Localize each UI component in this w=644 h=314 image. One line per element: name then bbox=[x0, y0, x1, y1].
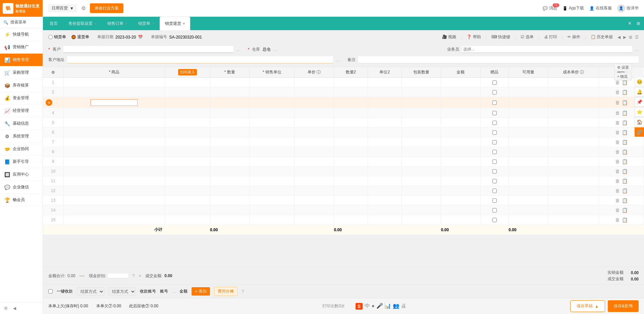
gift-checkbox[interactable] bbox=[492, 169, 497, 174]
calc-method-select[interactable]: 结算方式 bbox=[108, 288, 136, 296]
copy-row-btn[interactable]: 📋 bbox=[622, 80, 628, 85]
edge-icon-5[interactable]: 🏠 bbox=[635, 117, 644, 127]
qty-cell[interactable] bbox=[210, 186, 250, 196]
history-btn[interactable]: 📋 历史单据 bbox=[589, 34, 615, 41]
scan-input-btn[interactable]: 扫码录入 bbox=[178, 69, 197, 75]
product-cell[interactable] bbox=[63, 176, 165, 186]
qty-cell[interactable] bbox=[210, 118, 250, 128]
gift-checkbox[interactable] bbox=[492, 179, 497, 183]
note-input[interactable] bbox=[358, 56, 639, 63]
tab-sales-return[interactable]: 销货退货 × bbox=[160, 17, 191, 30]
sidebar-item-purchase[interactable]: 🛒 采购管理 bbox=[0, 66, 43, 79]
qty-cell[interactable] bbox=[210, 215, 250, 225]
app-download-btn[interactable]: 📱 App下载 bbox=[562, 5, 584, 11]
message-btn[interactable]: 💬 消息 70 bbox=[543, 5, 557, 11]
copy-row-btn[interactable]: 📋 bbox=[622, 198, 628, 203]
gift-checkbox[interactable] bbox=[492, 189, 497, 193]
copy-row-btn[interactable]: 📋 bbox=[622, 188, 628, 193]
edge-icon-6[interactable]: 🔗 bbox=[635, 127, 644, 137]
gift-checkbox[interactable] bbox=[492, 101, 497, 105]
sidebar-item-inventory[interactable]: 📦 库存核算 bbox=[0, 79, 43, 92]
radio-return[interactable]: 退货单 bbox=[71, 34, 89, 40]
account-dots[interactable]: ... bbox=[172, 289, 175, 294]
copy-row-btn[interactable]: 📋 bbox=[622, 207, 628, 213]
delete-row-btn[interactable]: 🗑 bbox=[615, 198, 620, 203]
tab-sales-order-close[interactable]: × bbox=[125, 22, 127, 25]
salesperson-input[interactable] bbox=[462, 46, 632, 53]
customer-dots[interactable]: ... bbox=[236, 47, 240, 52]
address-input[interactable] bbox=[67, 56, 333, 63]
one-key-payment-checkbox[interactable] bbox=[48, 289, 53, 294]
gift-checkbox[interactable] bbox=[492, 121, 497, 125]
grid-view-btn[interactable]: ⊞ bbox=[629, 35, 632, 40]
gift-checkbox[interactable] bbox=[492, 130, 497, 135]
sidebar-item-operations[interactable]: 📈 经营管理 bbox=[0, 105, 43, 117]
shortcut-btn[interactable]: ⌨ 快捷键 bbox=[489, 34, 512, 41]
logistics-btn[interactable]: + 物流 bbox=[614, 73, 632, 80]
delete-row-btn[interactable]: 🗑 bbox=[615, 149, 620, 154]
delete-row-btn[interactable]: 🗑 bbox=[615, 110, 620, 116]
gift-checkbox[interactable] bbox=[492, 160, 497, 164]
print-btn[interactable]: 🖨 打印 bbox=[542, 34, 559, 41]
prev-btn[interactable]: ◀ bbox=[618, 35, 621, 40]
qty-cell[interactable] bbox=[210, 176, 250, 186]
qty-cell[interactable] bbox=[210, 108, 250, 118]
qty-cell[interactable] bbox=[210, 147, 250, 157]
product-cell[interactable] bbox=[63, 167, 165, 176]
select-btn[interactable]: ☑ 选单 bbox=[519, 34, 535, 41]
edge-icon-2[interactable]: 🔔 bbox=[635, 87, 644, 97]
next-btn[interactable]: ▶ bbox=[623, 35, 626, 40]
qty-cell[interactable] bbox=[210, 137, 250, 147]
product-cell[interactable] bbox=[63, 186, 165, 196]
settings-btn[interactable]: ⚙ 设置 bbox=[614, 64, 632, 71]
sidebar-item-basic[interactable]: 🔧 基础信息 bbox=[0, 117, 43, 130]
radio-sales[interactable]: 销货单 bbox=[48, 34, 66, 40]
edge-icon-3[interactable]: 📌 bbox=[635, 97, 644, 107]
gift-checkbox[interactable] bbox=[492, 218, 497, 222]
gift-checkbox[interactable] bbox=[492, 150, 497, 154]
qty-cell[interactable] bbox=[210, 157, 250, 167]
delete-row-btn[interactable]: 🗑 bbox=[615, 80, 620, 85]
delete-row-btn[interactable]: 🗑 bbox=[615, 100, 620, 105]
qty-cell[interactable] bbox=[210, 196, 250, 205]
user-menu[interactable]: 👤 徐泽华 bbox=[617, 4, 639, 12]
copy-row-btn[interactable]: 📋 bbox=[622, 159, 628, 164]
gift-checkbox[interactable] bbox=[492, 80, 497, 85]
tab-sales-order[interactable]: 销售订单 × bbox=[102, 17, 133, 30]
warehouse-dots[interactable]: ... bbox=[273, 47, 277, 52]
delete-row-btn[interactable]: 🗑 bbox=[615, 188, 620, 193]
settings-icon[interactable]: ⚙ bbox=[4, 306, 8, 311]
gift-checkbox[interactable] bbox=[492, 198, 497, 203]
copy-row-btn[interactable]: 📋 bbox=[622, 149, 628, 154]
tab-home[interactable]: 首页 bbox=[44, 17, 63, 30]
sidebar-item-appstore[interactable]: 🔲 应用中心 bbox=[0, 168, 43, 181]
payment-help-icon[interactable]: ? bbox=[241, 289, 244, 294]
collapse-icon[interactable]: ◀ bbox=[13, 306, 16, 311]
sidebar-item-guide[interactable]: 📘 新手引导 bbox=[0, 155, 43, 168]
delete-row-btn[interactable]: 🗑 bbox=[615, 178, 620, 184]
sidebar-item-wechat[interactable]: 💬 企业微信 bbox=[0, 181, 43, 194]
sidebar-item-enterprise[interactable]: 🤝 企业协同 bbox=[0, 143, 43, 155]
delete-row-btn[interactable]: 🗑 bbox=[615, 207, 620, 213]
delete-row-btn[interactable]: 🗑 bbox=[615, 217, 620, 223]
tab-sales-delivery-close[interactable]: × bbox=[152, 22, 154, 25]
settle-method-select[interactable]: 结算方式 bbox=[77, 288, 104, 296]
list-view-btn[interactable]: ☰ bbox=[635, 35, 639, 40]
edit-btn[interactable]: ✏ 操作 bbox=[566, 34, 582, 41]
sidebar-item-marketing[interactable]: 📢 营销推广 bbox=[0, 41, 43, 54]
qty-cell[interactable] bbox=[210, 97, 250, 108]
product-cell[interactable] bbox=[63, 137, 165, 147]
product-cell[interactable] bbox=[63, 78, 165, 87]
edge-icon-4[interactable]: ⭐ bbox=[635, 107, 644, 117]
delete-row-btn[interactable]: 🗑 bbox=[615, 89, 620, 95]
sidebar-item-quick-nav[interactable]: ⚡ 快捷导航 bbox=[0, 28, 43, 41]
edge-icon-1[interactable]: 😊 bbox=[635, 77, 644, 86]
copy-row-btn[interactable]: 📋 bbox=[622, 217, 628, 223]
product-cell[interactable] bbox=[63, 196, 165, 205]
gift-checkbox[interactable] bbox=[492, 111, 497, 115]
delete-row-btn[interactable]: 🗑 bbox=[615, 159, 620, 164]
product-cell[interactable] bbox=[63, 157, 165, 167]
add-row-btn[interactable]: + bbox=[46, 99, 52, 106]
online-service-btn[interactable]: 👤 在线客服 bbox=[589, 5, 612, 11]
discount-input[interactable] bbox=[108, 273, 128, 278]
